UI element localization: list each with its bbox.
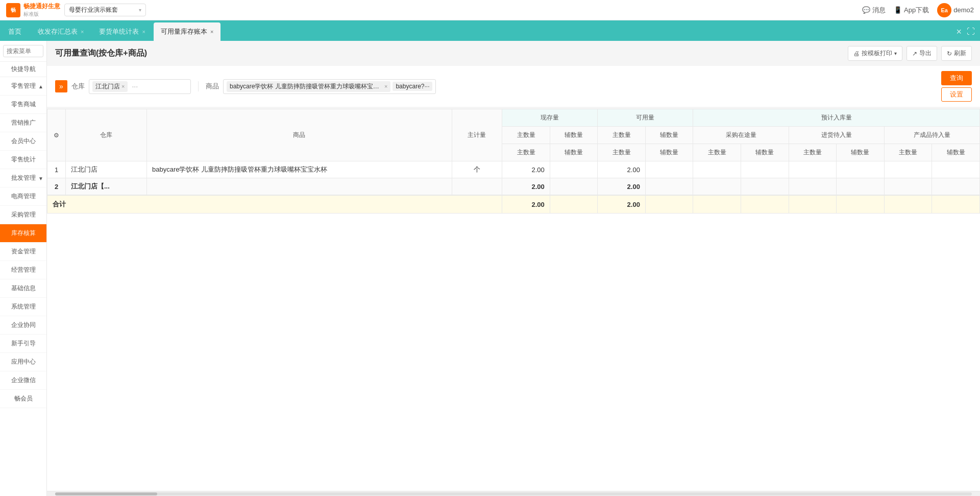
warehouse-tag-close[interactable]: × — [121, 83, 125, 89]
sidebar-item-lingxiao-tongji[interactable]: 零售统计 — [0, 151, 46, 169]
avatar: Ea — [937, 3, 951, 17]
search-input[interactable] — [3, 45, 43, 57]
th-avail-main: 主数量 — [598, 127, 646, 144]
sidebar-item-qiye-weixin[interactable]: 企业微信 — [0, 371, 46, 390]
sidebar-item-kucun[interactable]: 库存核算 — [0, 224, 46, 243]
td-warehouse-2: 江北门店【... — [66, 178, 147, 196]
footer-av-main: 2.00 — [598, 195, 646, 214]
tab-shoufacun[interactable]: 收发存汇总表 × — [31, 22, 91, 41]
settings-btn[interactable]: 设置 — [941, 87, 972, 102]
td-pp-main-1 — [884, 161, 932, 178]
store-selector[interactable]: 母婴行业演示账套 ▾ — [64, 4, 146, 16]
message-icon: 💬 — [862, 6, 870, 14]
sidebar-item-jichu[interactable]: 基础信息 — [0, 279, 46, 298]
th-cs-aux2: 辅数量 — [550, 144, 598, 161]
brand-name: 畅捷通好生意 — [23, 3, 60, 11]
sidebar-item-caigou[interactable]: 采购管理 — [0, 206, 46, 224]
td-cs-aux-2 — [550, 178, 598, 196]
sidebar-item-shangcheng[interactable]: 零售商城 — [0, 96, 46, 114]
footer-av-aux — [645, 195, 693, 214]
user-profile[interactable]: Ea demo2 — [937, 3, 974, 17]
table-row: 1 江北门店 babycare学饮杯 儿童防摔防撞吸管杯重力球吸嘴杯宝宝水杯 个… — [47, 161, 980, 178]
sidebar-nav-quicklink[interactable]: 快捷导航 — [0, 62, 46, 77]
th-planned-in-group: 预计入库量 — [693, 109, 980, 127]
tab-home[interactable]: 首页 — [0, 22, 30, 41]
sidebar-item-lingxiao[interactable]: 零售管理 ▲ — [0, 77, 46, 96]
th-current-stock-group: 现存量 — [502, 109, 598, 127]
footer-pp-aux — [932, 195, 980, 214]
th-cs-main2: 主数量 — [502, 144, 550, 161]
sidebar-item-jingying[interactable]: 经营管理 — [0, 261, 46, 279]
tab-close-yaohuo[interactable]: × — [142, 29, 145, 35]
print-icon: 🖨 — [853, 50, 860, 57]
td-cs-main-1: 2.00 — [502, 161, 550, 178]
warehouse-more-btn[interactable]: ··· — [130, 82, 140, 90]
product-label: 商品 — [206, 82, 219, 91]
table-row: 2 江北门店【... 2.00 2.00 — [47, 178, 980, 196]
product-tag-babycare: babycare学饮杯 儿童防摔防撞吸管杯重力球吸嘴杯宝宝水杯 × — [227, 81, 390, 92]
product-tag-close[interactable]: × — [384, 83, 387, 89]
product-filter-input[interactable]: babycare学饮杯 儿童防摔防撞吸管杯重力球吸嘴杯宝宝水杯 × babyca… — [223, 79, 436, 94]
main-layout: 快捷导航 零售管理 ▲ 零售商城 营销推广 会员中心 零售统计 批发管理 ▼ 电… — [0, 41, 980, 496]
th-product: 商品 — [146, 109, 452, 161]
td-warehouse-1: 江北门店 — [66, 161, 147, 178]
tab-keyongliang[interactable]: 可用量库存账本 × — [154, 22, 220, 41]
td-gp-aux-2 — [837, 178, 885, 196]
refresh-btn[interactable]: ↻ 刷新 — [941, 46, 972, 61]
export-btn[interactable]: ↗ 导出 — [906, 46, 937, 61]
th-pt-aux: 辅数量 — [741, 144, 789, 161]
sidebar-item-chang-vip[interactable]: 畅会员 — [0, 390, 46, 408]
th-pt-main: 主数量 — [693, 144, 741, 161]
td-gp-main-1 — [789, 161, 837, 178]
footer-cs-aux — [550, 195, 598, 214]
th-av-main2: 主数量 — [598, 144, 646, 161]
th-settings: ⚙ — [47, 109, 66, 161]
td-product-1: babycare学饮杯 儿童防摔防撞吸管杯重力球吸嘴杯宝宝水杯 — [146, 161, 452, 178]
td-av-aux-1 — [645, 161, 693, 178]
scroll-thumb[interactable] — [55, 492, 157, 495]
download-icon: 📱 — [894, 6, 902, 14]
sidebar-item-pifa[interactable]: 批发管理 ▼ — [0, 169, 46, 187]
sidebar-item-dianshang[interactable]: 电商管理 — [0, 187, 46, 206]
query-btn[interactable]: 查询 — [941, 71, 972, 85]
horizontal-scrollbar[interactable] — [47, 491, 980, 496]
warehouse-tag-jiangbei: 江北门店 × — [92, 81, 128, 92]
refresh-icon: ↻ — [947, 50, 952, 57]
sidebar-item-yingyong[interactable]: 应用中心 — [0, 353, 46, 371]
footer-row: 合计 2.00 2.00 — [47, 195, 980, 214]
th-gp-aux: 辅数量 — [837, 144, 885, 161]
th-gp-main: 主数量 — [789, 144, 837, 161]
top-bar-right: 💬 消息 📱 App下载 Ea demo2 — [862, 3, 974, 17]
print-template-btn[interactable]: 🖨 按模板打印 ▾ — [848, 46, 902, 61]
nav-tabs: 首页 收发存汇总表 × 要货单统计表 × 可用量库存账本 × × ⛶ — [0, 20, 980, 41]
td-pp-aux-2 — [932, 178, 980, 196]
warehouse-filter-input[interactable]: 江北门店 × ··· — [89, 79, 191, 94]
sidebar-item-qiye[interactable]: 企业协同 — [0, 316, 46, 335]
td-unit-2 — [452, 178, 502, 196]
page-title: 可用量查询(按仓库+商品) — [55, 48, 147, 59]
sidebar-item-yingxiao[interactable]: 营销推广 — [0, 114, 46, 132]
app-download-btn[interactable]: 📱 App下载 — [894, 6, 929, 15]
messages-btn[interactable]: 💬 消息 — [862, 6, 886, 15]
th-main-unit: 主计量 — [452, 109, 502, 161]
page-actions: 🖨 按模板打印 ▾ ↗ 导出 ↻ 刷新 — [848, 46, 972, 61]
td-pt-main-2 — [693, 178, 741, 196]
sidebar-item-huiyuan[interactable]: 会员中心 — [0, 132, 46, 151]
sidebar-item-zijin[interactable]: 资金管理 — [0, 243, 46, 261]
th-warehouse: 仓库 — [66, 109, 147, 161]
sidebar-item-xitong[interactable]: 系统管理 — [0, 298, 46, 316]
td-gp-aux-1 — [837, 161, 885, 178]
filter-expand-btn[interactable]: » — [55, 80, 67, 92]
tab-close-shoufacun[interactable]: × — [81, 29, 84, 35]
brand: 畅 畅捷通好生意 标准版 — [6, 3, 60, 17]
filter-divider — [198, 81, 199, 91]
scroll-track — [55, 492, 972, 495]
close-all-icon[interactable]: × — [956, 27, 962, 37]
sidebar-item-xinshou[interactable]: 新手引导 — [0, 335, 46, 353]
fullscreen-icon[interactable]: ⛶ — [967, 27, 975, 36]
td-av-main-1: 2.00 — [598, 161, 646, 178]
td-pp-main-2 — [884, 178, 932, 196]
tab-yaohuo[interactable]: 要货单统计表 × — [92, 22, 152, 41]
th-pp-aux: 辅数量 — [932, 144, 980, 161]
tab-close-keyongliang[interactable]: × — [210, 29, 213, 35]
